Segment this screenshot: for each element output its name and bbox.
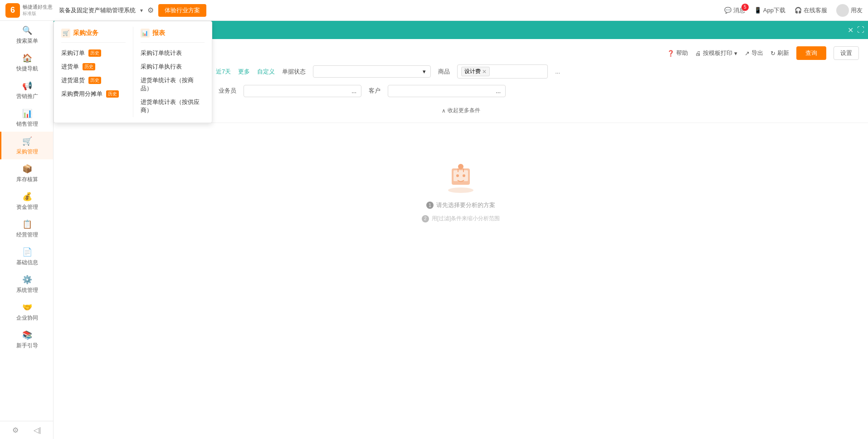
goods-tag-close[interactable]: ✕ — [482, 69, 487, 75]
date-shortcut-more[interactable]: 更多 — [238, 68, 250, 76]
dropdown-item-purchase-return-label: 进货退货 — [61, 76, 85, 84]
export-btn[interactable]: ↗ 导出 — [745, 49, 763, 57]
collapse-icon: ∧ — [442, 108, 446, 114]
sidebar-label-marketing: 营销推广 — [16, 93, 38, 100]
online-service-btn[interactable]: 🎧 在线客服 — [795, 6, 827, 15]
history-badge-2: 历史 — [83, 63, 95, 70]
dropdown-item-order-stats-label: 采购订单统计表 — [141, 49, 182, 57]
customer-more-btn[interactable]: ... — [496, 88, 501, 94]
system-dropdown-btn[interactable]: ▾ — [140, 7, 143, 14]
sidebar-item-marketing[interactable]: 📢 营销推广 — [0, 76, 53, 104]
main-layout: 🔍 搜索菜单 🏠 快捷导航 📢 营销推广 📊 销售管理 🛒 采购管理 📦 库存核… — [0, 21, 868, 439]
customer-select[interactable]: ... — [388, 85, 506, 97]
dropdown-item-goods-by-supplier[interactable]: 进货单统计表（按供应商） — [141, 95, 205, 117]
sidebar-item-quick-nav[interactable]: 🏠 快捷导航 — [0, 49, 53, 76]
goods-tag-1: 设计费 ✕ — [461, 67, 490, 76]
top-header: 6 畅捷通好生意 标准版 装备及固定资产辅助管理系统 ▾ ⚙ 体验行业方案 💬 … — [0, 0, 868, 21]
sidebar-item-guide[interactable]: 📚 新手引导 — [0, 326, 53, 353]
sidebar-item-finance[interactable]: 💰 资金管理 — [0, 187, 53, 215]
sidebar-item-search[interactable]: 🔍 搜索菜单 — [0, 21, 53, 49]
dropdown-item-purchase-return[interactable]: 进货退货 历史 — [61, 74, 126, 87]
salesperson-more-btn[interactable]: ... — [351, 88, 356, 94]
empty-line2: 2 用[过滤]条件来缩小分析范围 — [422, 215, 500, 222]
sidebar: 🔍 搜索菜单 🏠 快捷导航 📢 营销推广 📊 销售管理 🛒 采购管理 📦 库存核… — [0, 21, 54, 439]
report-col-icon: 📊 — [141, 29, 150, 38]
logo-icon: 6 — [5, 3, 20, 18]
dropdown-item-purchase-order[interactable]: 采购订单 历史 — [61, 46, 126, 60]
app-download-label: App下载 — [763, 6, 785, 15]
dropdown-item-goods-by-supplier-label: 进货单统计表（按供应商） — [141, 98, 205, 114]
help-label: 帮助 — [676, 49, 688, 57]
sidebar-label-quick-nav: 快捷导航 — [16, 65, 38, 73]
history-badge-1: 历史 — [88, 49, 101, 57]
dropdown-item-order-exec-label: 采购订单执行表 — [141, 63, 182, 71]
date-shortcut-7days[interactable]: 近7天 — [216, 68, 231, 76]
dropdown-item-purchase-goods-label: 进货单 — [61, 63, 79, 71]
settings-gear-btn[interactable]: ⚙ — [147, 6, 154, 15]
settings-small-btn[interactable]: 设置 — [834, 46, 859, 60]
sidebar-label-purchase: 采购管理 — [16, 148, 38, 156]
dropdown-item-purchase-cost[interactable]: 采购费用分摊单 历史 — [61, 87, 126, 101]
svg-point-3 — [458, 164, 463, 169]
finance-icon: 💰 — [22, 192, 32, 202]
notification-btn[interactable]: 💬 消息 5 — [724, 6, 745, 15]
sidebar-label-finance: 资金管理 — [16, 203, 38, 211]
dropdown-item-purchase-order-label: 采购订单 — [61, 49, 85, 57]
sidebar-collapse-btn[interactable]: ◁| — [34, 426, 41, 434]
goods-tag-text: 设计费 — [464, 68, 481, 75]
dropdown-item-goods-by-product-label: 进货单统计表（按商品） — [141, 76, 205, 93]
user-menu-btn[interactable]: 用友 — [836, 4, 863, 17]
header-center: 装备及固定资产辅助管理系统 ▾ ⚙ 体验行业方案 — [59, 4, 724, 17]
collapse-label: 收起更多条件 — [448, 107, 480, 114]
tab-close-all-icon[interactable]: ✕ — [848, 26, 853, 35]
sidebar-item-enterprise[interactable]: 🤝 企业协同 — [0, 298, 53, 326]
tab-fullscreen-icon[interactable]: ⛶ — [857, 26, 864, 34]
system-icon: ⚙️ — [22, 275, 32, 285]
goods-more-btn[interactable]: ... — [555, 68, 560, 75]
history-badge-3: 历史 — [88, 77, 101, 84]
goods-input[interactable]: 设计费 ✕ — [457, 64, 548, 79]
doc-status-select[interactable]: ▾ — [313, 65, 431, 78]
refresh-btn[interactable]: ↻ 刷新 — [770, 49, 789, 57]
app-name: 畅捷通好生意 — [23, 4, 53, 10]
print-dropdown-icon: ▾ — [734, 50, 737, 57]
history-badge-4: 历史 — [106, 90, 119, 98]
online-service-label: 在线客服 — [804, 6, 827, 15]
sidebar-label-enterprise: 企业协同 — [16, 314, 38, 322]
guide-icon: 📚 — [22, 330, 32, 340]
dropdown-item-order-stats[interactable]: 采购订单统计表 — [141, 46, 205, 60]
sidebar-item-purchase[interactable]: 🛒 采购管理 — [0, 132, 53, 159]
dropdown-col-report-title: 📊 报表 — [141, 27, 205, 43]
print-btn[interactable]: 🖨 按模板打印 ▾ — [695, 49, 737, 57]
svg-point-0 — [448, 187, 473, 193]
operations-icon: 📋 — [22, 219, 32, 229]
refresh-label: 刷新 — [777, 49, 789, 57]
salesperson-select[interactable]: ... — [244, 85, 361, 97]
sidebar-label-search: 搜索菜单 — [16, 37, 38, 45]
dropdown-col-purchase: 🛒 采购业务 采购订单 历史 进货单 历史 进货退货 历史 采购费用分摊单 — [54, 27, 133, 117]
date-shortcut-custom[interactable]: 自定义 — [257, 68, 275, 76]
purchase-col-icon: 🛒 — [61, 29, 70, 38]
help-btn[interactable]: ❓ 帮助 — [667, 49, 688, 57]
dropdown-item-goods-by-product[interactable]: 进货单统计表（按商品） — [141, 74, 205, 95]
sidebar-item-inventory[interactable]: 📦 库存核算 — [0, 159, 53, 187]
sidebar-settings-btn[interactable]: ⚙ — [12, 426, 19, 434]
sidebar-label-basic-info: 基础信息 — [16, 259, 38, 266]
app-download-btn[interactable]: 📱 App下载 — [754, 6, 785, 15]
inventory-icon: 📦 — [22, 164, 32, 174]
dropdown-item-purchase-goods[interactable]: 进货单 历史 — [61, 60, 126, 74]
dropdown-item-order-exec[interactable]: 采购订单执行表 — [141, 60, 205, 74]
enterprise-icon: 🤝 — [22, 302, 32, 312]
sidebar-label-sales: 销售管理 — [16, 120, 38, 128]
query-btn[interactable]: 查询 — [796, 46, 826, 60]
industry-btn[interactable]: 体验行业方案 — [158, 4, 206, 17]
purchase-dropdown-menu: 🛒 采购业务 采购订单 历史 进货单 历史 进货退货 历史 采购费用分摊单 — [54, 21, 212, 123]
home-icon: 🏠 — [22, 53, 32, 63]
export-label: 导出 — [751, 49, 763, 57]
sidebar-item-operations[interactable]: 📋 经营管理 — [0, 215, 53, 242]
sidebar-item-sales[interactable]: 📊 销售管理 — [0, 104, 53, 132]
phone-icon: 📱 — [754, 7, 761, 14]
doc-status-dropdown-icon: ▾ — [423, 68, 426, 75]
sidebar-item-system[interactable]: ⚙️ 系统管理 — [0, 270, 53, 298]
sidebar-item-basic-info[interactable]: 📄 基础信息 — [0, 242, 53, 270]
